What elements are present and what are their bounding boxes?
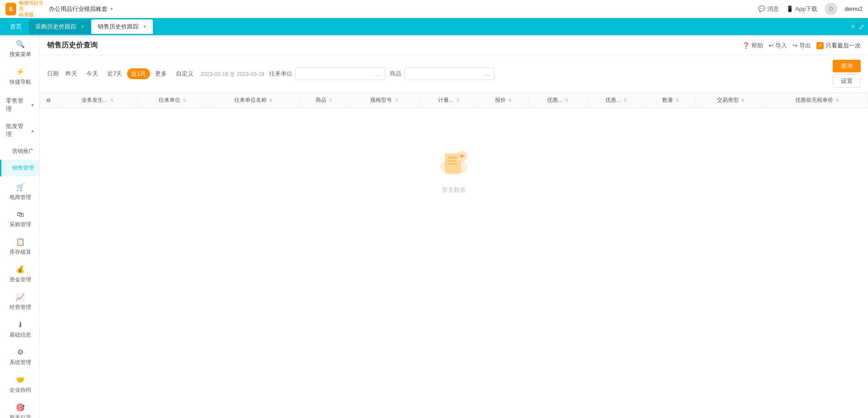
date-range-text: 2023-02-18 至 2023-03-18 (200, 71, 264, 78)
sidebar-item-purchase[interactable]: 🛍 采购管理 (0, 206, 39, 233)
tab-purchase-history-close-icon[interactable]: × (81, 24, 84, 30)
tab-bar-right: × ⤢ (851, 23, 864, 31)
sidebar-item-system[interactable]: ⚙ 系统管理 (0, 343, 39, 371)
sidebar-item-sales-mgmt[interactable]: 销售管理 (0, 160, 39, 176)
partner-dots-icon[interactable]: ... (375, 70, 381, 78)
th-gear[interactable]: ⚙ (40, 93, 58, 108)
product-input-wrap: ... (404, 67, 494, 80)
quick-nav-icon: ⚡ (16, 67, 25, 76)
settings-button[interactable]: 设置 (833, 74, 861, 88)
date-btn-custom[interactable]: 自定义 (172, 68, 198, 79)
app-download-btn[interactable]: 📱 App下载 (786, 5, 817, 13)
top-bar: 6 畅捷情好生意 标准版 办公用品行业模拟账套 ▼ 💬 消息 📱 App下载 D… (0, 0, 868, 18)
date-btn-yesterday[interactable]: 昨天 (61, 68, 81, 79)
product-filter-group: 商品 ... (390, 67, 494, 80)
th-qty[interactable]: 数量 ⇅ (646, 93, 696, 108)
gear-icon[interactable]: ⚙ (46, 97, 51, 104)
th-partner-name[interactable]: 往来单位名称 ⇅ (208, 93, 299, 108)
export-btn[interactable]: ↪ 导出 (793, 42, 811, 50)
product-dots-icon[interactable]: ... (484, 70, 490, 78)
th-quoted-price[interactable]: 报价 ⇅ (478, 93, 528, 108)
guide-icon: 🎯 (16, 403, 25, 412)
app-download-icon: 📱 (786, 5, 793, 12)
message-btn[interactable]: 💬 消息 (758, 5, 779, 13)
svg-rect-3 (448, 160, 456, 162)
tab-close-all-icon[interactable]: × (851, 23, 855, 31)
th-product[interactable]: 商品 ⇅ (299, 93, 349, 108)
sort-tx-type-icon: ⇅ (741, 98, 745, 103)
inventory-icon: 📋 (16, 238, 25, 246)
sidebar-item-operations[interactable]: 📈 经营管理 (0, 288, 39, 316)
only-last-checkbox[interactable]: ✓ (816, 42, 824, 49)
partner-input-wrap: ... (295, 67, 385, 80)
logo-area: 6 畅捷情好生意 标准版 (5, 0, 45, 18)
table-wrap: ⚙ 业务发生... ⇅ 往来单位 ⇅ 往来单位名称 ⇅ (40, 93, 868, 418)
sort-partner-code-icon: ⇅ (183, 98, 186, 103)
sidebar-item-quick-nav[interactable]: ⚡ 快捷导航 (0, 63, 39, 90)
date-filter-group: 日期 昨天 今天 近7天 近1月 更多 自定义 2023-02-18 至 202… (47, 68, 264, 79)
date-btn-more[interactable]: 更多 (151, 68, 171, 79)
tab-sales-history-close-icon[interactable]: × (143, 24, 146, 30)
avatar: D (825, 3, 837, 15)
sidebar-item-basic-info[interactable]: ℹ 基础信息 (0, 316, 39, 343)
sidebar-item-wholesale-mgmt[interactable]: 批发管理 ▲ (0, 118, 39, 143)
tab-bar: 首页 采购历史价跟踪 × 销售历史价跟踪 × × ⤢ (0, 18, 868, 35)
sort-quoted-price-icon: ⇅ (508, 98, 512, 103)
finance-icon: 💰 (16, 265, 25, 274)
sidebar-item-enterprise[interactable]: 🤝 企业协同 (0, 371, 39, 399)
tab-expand-icon[interactable]: ⤢ (859, 23, 864, 31)
page-title: 销售历史价查询 (47, 41, 98, 50)
date-btn-last7days[interactable]: 近7天 (103, 68, 126, 79)
th-pretax-price[interactable]: 优惠前无税单价 ⇅ (766, 93, 868, 108)
sort-biz-date-icon: ⇅ (110, 98, 113, 103)
empty-state: 暂无数据 (40, 108, 868, 230)
date-btn-today[interactable]: 今天 (82, 68, 102, 79)
th-discount2[interactable]: 优惠... ⇅ (587, 93, 646, 108)
only-last-checkbox-label[interactable]: ✓ 只看最后一次 (816, 42, 861, 50)
enterprise-icon: 🤝 (16, 375, 25, 384)
th-biz-date[interactable]: 业务发生... ⇅ (58, 93, 137, 108)
sidebar: 🔍 搜索菜单 ⚡ 快捷导航 零售管理 ▼ 批发管理 ▲ 营销推广 销售管理 🛒 … (0, 35, 40, 418)
empty-illustration (436, 144, 472, 180)
query-button[interactable]: 查询 (833, 60, 861, 72)
help-btn[interactable]: ❓ 帮助 (742, 42, 763, 50)
content-area: 销售历史价查询 ❓ 帮助 ↩ 导入 ↪ 导出 ✓ (40, 35, 868, 418)
sidebar-item-retail-mgmt[interactable]: 零售管理 ▼ (0, 92, 39, 118)
tab-home[interactable]: 首页 (4, 19, 28, 34)
th-unit[interactable]: 计量... ⇅ (420, 93, 478, 108)
svg-rect-4 (448, 163, 457, 165)
sidebar-item-inventory[interactable]: 📋 库存核算 (0, 233, 39, 261)
sidebar-item-finance[interactable]: 💰 资金管理 (0, 261, 39, 288)
table-header: ⚙ 业务发生... ⇅ 往来单位 ⇅ 往来单位名称 ⇅ (40, 93, 868, 108)
tab-sales-history[interactable]: 销售历史价跟踪 × (91, 19, 153, 34)
purchase-icon: 🛍 (17, 210, 24, 218)
th-partner-code[interactable]: 往来单位 ⇅ (137, 93, 208, 108)
product-input[interactable] (408, 71, 484, 77)
empty-text: 暂无数据 (442, 186, 466, 194)
th-tx-type[interactable]: 交易类型 ⇅ (696, 93, 766, 108)
import-btn[interactable]: ↩ 导入 (769, 42, 787, 50)
th-discount1[interactable]: 优惠... ⇅ (528, 93, 587, 108)
data-table: ⚙ 业务发生... ⇅ 往来单位 ⇅ 往来单位名称 ⇅ (40, 93, 868, 108)
user-name[interactable]: demo2 (844, 5, 863, 12)
th-spec[interactable]: 规格型号 ⇅ (349, 93, 420, 108)
date-btn-last1month[interactable]: 近1月 (127, 68, 150, 79)
sidebar-item-search-menu[interactable]: 🔍 搜索菜单 (0, 35, 39, 63)
basic-info-icon: ℹ (19, 320, 22, 329)
app-selector[interactable]: 办公用品行业模拟账套 ▼ (49, 5, 755, 13)
page-title-row: 销售历史价查询 ❓ 帮助 ↩ 导入 ↪ 导出 ✓ (47, 41, 861, 50)
filter-actions: 查询 设置 (833, 60, 861, 88)
app-selector-arrow-icon: ▼ (109, 6, 114, 11)
operations-icon: 📈 (16, 293, 25, 301)
tab-purchase-history[interactable]: 采购历史价跟踪 × (29, 19, 90, 34)
sort-unit-icon: ⇅ (456, 98, 460, 103)
logo-icon: 6 (5, 3, 16, 15)
date-buttons: 昨天 今天 近7天 近1月 更多 自定义 (61, 68, 198, 79)
sidebar-item-ecommerce[interactable]: 🛒 电商管理 (0, 178, 39, 206)
sidebar-item-guide[interactable]: 🎯 新手引导 (0, 399, 39, 418)
product-filter-label: 商品 (390, 70, 401, 78)
sort-qty-icon: ⇅ (675, 98, 679, 103)
sort-spec-icon: ⇅ (395, 98, 398, 103)
partner-input[interactable] (299, 71, 375, 77)
sidebar-item-marketing[interactable]: 营销推广 (0, 143, 39, 160)
